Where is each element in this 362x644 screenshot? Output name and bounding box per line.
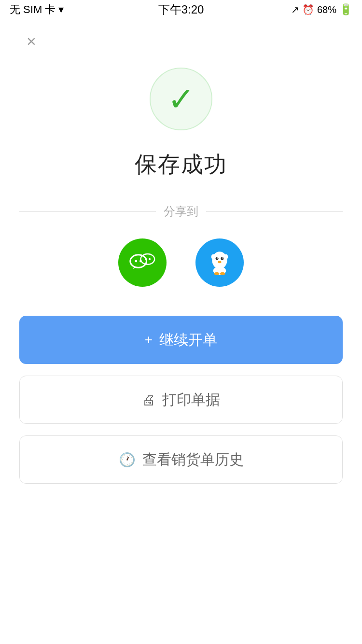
svg-point-10 <box>216 257 219 260</box>
svg-point-16 <box>224 254 228 260</box>
sim-label: 无 SIM 卡 ▾ <box>10 2 64 17</box>
svg-point-3 <box>139 260 142 263</box>
svg-point-5 <box>149 258 151 260</box>
wechat-icon <box>128 248 157 277</box>
svg-point-17 <box>214 272 220 275</box>
print-label: 打印单据 <box>162 390 220 410</box>
qq-icon <box>205 248 234 277</box>
print-icon: 🖨 <box>142 392 155 408</box>
divider-line-right <box>206 211 343 212</box>
plus-icon: + <box>145 332 153 348</box>
status-left: 无 SIM 卡 ▾ <box>10 2 64 17</box>
svg-point-0 <box>130 255 147 267</box>
alarm-icon: ⏰ <box>302 4 314 15</box>
svg-point-11 <box>221 257 223 260</box>
svg-point-8 <box>212 252 227 269</box>
continue-label: 继续开单 <box>159 330 217 350</box>
close-button[interactable]: × <box>19 29 43 53</box>
success-title: 保存成功 <box>135 150 227 180</box>
continue-button[interactable]: + 继续开单 <box>19 316 343 364</box>
close-icon: × <box>27 33 36 49</box>
checkmark-icon: ✓ <box>167 83 195 115</box>
share-wechat-button[interactable] <box>118 238 167 287</box>
svg-point-4 <box>145 258 147 260</box>
status-time: 下午3:20 <box>158 2 204 17</box>
history-icon: 🕐 <box>119 452 136 468</box>
share-qq-button[interactable] <box>195 238 244 287</box>
svg-point-2 <box>135 260 137 263</box>
status-bar: 无 SIM 卡 ▾ 下午3:20 ↗ ⏰ 68% 🔋 <box>0 0 362 19</box>
success-icon-circle: ✓ <box>150 68 212 130</box>
svg-point-13 <box>222 257 223 258</box>
history-label: 查看销货单历史 <box>142 450 244 470</box>
battery-label: 68% <box>317 4 336 15</box>
battery-icon: 🔋 <box>339 3 352 16</box>
share-divider: 分享到 <box>19 204 343 219</box>
main-content: × ✓ 保存成功 分享到 <box>0 19 362 644</box>
svg-point-18 <box>220 272 225 275</box>
svg-point-15 <box>211 254 215 260</box>
svg-point-1 <box>140 254 154 265</box>
action-buttons: + 继续开单 🖨 打印单据 🕐 查看销货单历史 <box>19 316 343 484</box>
divider-line-left <box>19 211 156 212</box>
share-row <box>118 238 244 287</box>
location-icon: ↗ <box>291 4 299 15</box>
svg-point-14 <box>218 261 221 263</box>
history-button[interactable]: 🕐 查看销货单历史 <box>19 435 343 484</box>
print-button[interactable]: 🖨 打印单据 <box>19 376 343 424</box>
status-right: ↗ ⏰ 68% 🔋 <box>291 3 352 16</box>
svg-point-12 <box>217 257 218 258</box>
divider-label: 分享到 <box>164 204 198 219</box>
